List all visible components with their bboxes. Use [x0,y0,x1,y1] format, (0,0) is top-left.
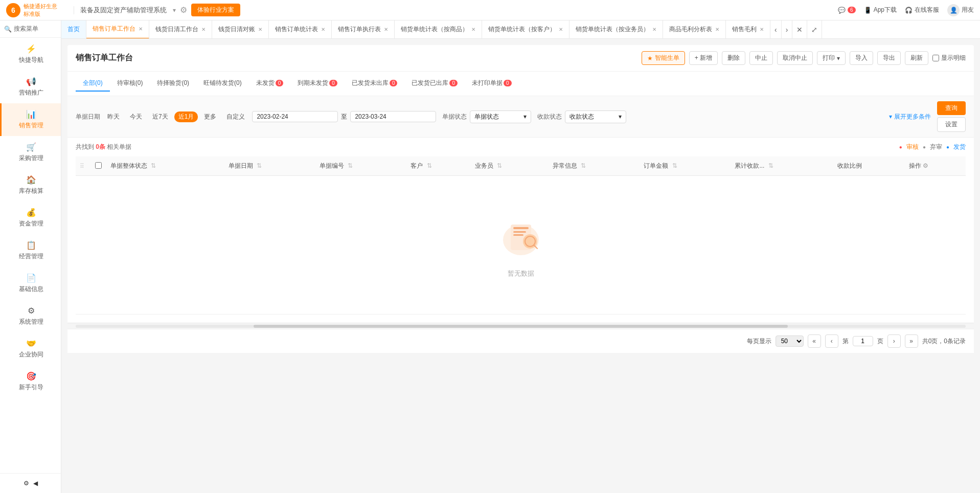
export-btn[interactable]: 导出 [877,51,901,65]
tab-close-icon[interactable]: ✕ [471,27,475,32]
date-option-yesterday[interactable]: 昨天 [103,111,124,122]
page-size-select[interactable]: 10 20 50 100 [776,335,804,347]
sidebar-item-sales[interactable]: 📊 销售管理 [0,103,61,136]
tab-scroll-right-btn[interactable]: › [782,20,793,39]
cancel-audit-btn[interactable]: 弃审 [930,143,942,151]
tab-close-icon[interactable]: ✕ [321,27,325,32]
first-page-btn[interactable]: « [808,334,821,348]
tab-close-icon[interactable]: ✕ [201,27,206,32]
tab-close-icon[interactable]: ✕ [715,27,719,32]
scrollbar-thumb[interactable] [254,325,788,328]
user-menu-btn[interactable]: 👤 用友 [947,4,974,16]
system-dropdown-icon[interactable]: ▾ [173,7,176,14]
sidebar-item-purchase[interactable]: 🛒 采购管理 [0,136,61,169]
settings-icon[interactable]: ⚙ [180,5,187,15]
page-number-input[interactable] [853,336,873,346]
filter-tab-pending-inspection[interactable]: 待择验货(0) [150,76,196,92]
ship-btn[interactable]: 发货 [953,143,966,151]
last-page-btn[interactable]: » [905,334,918,348]
sidebar-collapse-icon[interactable]: ◀ [33,480,38,487]
date-from-input[interactable] [252,111,338,122]
filter-tab-all[interactable]: 全部(0) [76,76,110,92]
tab-sales-exec[interactable]: 销售订单执行表 ✕ [332,20,395,39]
tab-close-icon[interactable]: ✕ [139,26,143,32]
audit-btn[interactable]: 审核 [906,143,919,151]
status-select[interactable]: 单据状态 ▾ [470,110,531,123]
tab-fullscreen-btn[interactable]: ⤢ [807,20,822,39]
date-option-1month[interactable]: 近1月 [174,111,198,122]
app-download-btn[interactable]: 📱 App下载 [864,6,897,14]
col-staff[interactable]: 业务员 ⇅ [471,156,549,176]
date-option-7days[interactable]: 近7天 [148,111,172,122]
col-customer[interactable]: 客户 ⇅ [406,156,471,176]
prev-page-btn[interactable]: ‹ [825,334,838,348]
tab-close-icon[interactable]: ✕ [760,27,764,32]
smart-generate-btn[interactable]: ★ 智能生单 [642,51,685,65]
col-collection[interactable]: 累计收款... ⇅ [731,156,833,176]
tab-scroll-left-btn[interactable]: ‹ [770,20,782,39]
filter-tab-wangpu-pending[interactable]: 旺铺待发货(0) [196,76,249,92]
show-detail-checkbox[interactable] [932,55,939,61]
tab-close-all-btn[interactable]: ✕ [792,20,807,39]
sidebar-item-quick-nav[interactable]: ⚡ 快捷导航 [0,38,61,71]
date-option-today[interactable]: 今天 [126,111,146,122]
expand-conditions-btn[interactable]: ▾ 展开更多条件 [889,113,931,121]
setting-btn[interactable]: 设置 [937,117,966,132]
tab-sales-by-customer[interactable]: 销货单统计表（按客户） ✕ [482,20,569,39]
refresh-btn[interactable]: 刷新 [905,51,928,65]
tab-close-icon[interactable]: ✕ [559,27,563,32]
tab-close-icon[interactable]: ✕ [258,27,262,32]
query-btn[interactable]: 查询 [937,101,966,115]
filter-tab-shipped-out[interactable]: 已发货已出库0 [404,76,465,92]
sidebar-settings-icon[interactable]: ⚙ [24,480,29,487]
sidebar-item-basic-info[interactable]: 📄 基础信息 [0,267,61,300]
tab-close-icon[interactable]: ✕ [652,27,656,32]
next-page-btn[interactable]: › [887,334,901,348]
sidebar-item-enterprise[interactable]: 🤝 企业协同 [0,332,61,365]
tab-daily-reconcile[interactable]: 钱货日清对账 ✕ [212,20,269,39]
tab-close-icon[interactable]: ✕ [384,27,388,32]
col-setting-icon[interactable]: ⚙ [923,162,928,169]
col-status[interactable]: 单据整体状态 ⇅ [106,156,224,176]
tab-home[interactable]: 首页 [61,20,86,39]
select-all-checkbox[interactable] [95,162,102,169]
delete-btn[interactable]: 删除 [722,51,745,65]
sidebar-item-inventory[interactable]: 🏠 库存核算 [0,169,61,201]
filter-tab-pending-audit[interactable]: 待审核(0) [110,76,150,92]
col-date[interactable]: 单据日期 ⇅ [224,156,315,176]
tab-sales-by-staff[interactable]: 销货单统计表（按业务员） ✕ [569,20,663,39]
tab-daily-clear[interactable]: 钱货日清工作台 ✕ [149,20,212,39]
tab-sales-order-workbench[interactable]: 销售订单工作台 ✕ [86,20,149,39]
collection-select[interactable]: 收款状态 ▾ [565,110,626,123]
sidebar-item-search[interactable]: 🔍 搜索菜单 [0,20,61,38]
date-to-input[interactable] [350,111,436,122]
col-abnormal[interactable]: 异常信息 ⇅ [549,156,640,176]
industry-btn[interactable]: 体验行业方案 [191,4,240,16]
date-option-custom[interactable]: 自定义 [222,111,249,122]
col-amount[interactable]: 订单金额 ⇅ [640,156,731,176]
stop-btn[interactable]: 中止 [749,51,773,65]
horizontal-scrollbar[interactable] [67,323,974,329]
filter-tab-overdue-unshipped[interactable]: 到期未发货0 [290,76,345,92]
filter-tab-shipped-not-out[interactable]: 已发货未出库0 [345,76,405,92]
date-option-more[interactable]: 更多 [200,111,220,122]
sidebar-item-marketing[interactable]: 📢 营销推广 [0,71,61,103]
tab-gross-profit[interactable]: 商品毛利分析表 ✕ [663,20,726,39]
tab-sales-gross[interactable]: 销售毛利 ✕ [726,20,770,39]
sidebar-item-system[interactable]: ⚙ 系统管理 [0,300,61,332]
filter-tab-unshipped[interactable]: 未发货0 [249,76,291,92]
tab-sales-by-product[interactable]: 销货单统计表（按商品） ✕ [395,20,482,39]
filter-tab-unprinted[interactable]: 未打印单据0 [465,76,519,92]
sidebar-item-finance[interactable]: 💰 资金管理 [0,201,61,234]
import-btn[interactable]: 导入 [850,51,873,65]
sidebar-item-management[interactable]: 📋 经营管理 [0,234,61,267]
new-btn[interactable]: + 新增 [689,51,718,65]
sidebar-item-guide[interactable]: 🎯 新手引导 [0,365,61,398]
col-checkbox[interactable] [91,156,106,176]
cancel-stop-btn[interactable]: 取消中止 [777,51,813,65]
message-btn[interactable]: 💬 6 [838,7,856,14]
print-btn[interactable]: 打印 ▾ [817,51,846,65]
tab-sales-stats[interactable]: 销售订单统计表 ✕ [269,20,332,39]
online-service-btn[interactable]: 🎧 在线客服 [905,6,939,14]
col-number[interactable]: 单据编号 ⇅ [315,156,406,176]
